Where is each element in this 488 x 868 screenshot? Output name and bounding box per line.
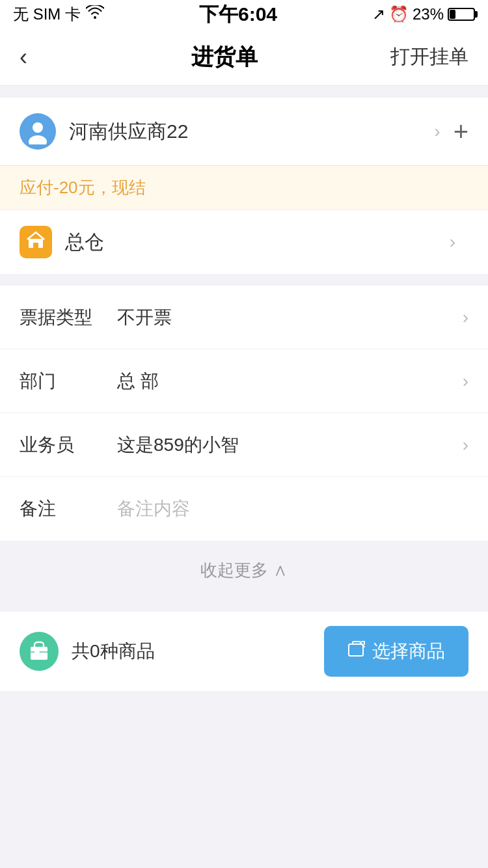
svg-point-0 [94,16,96,19]
nav-bar: ‹ 进货单 打开挂单 [0,29,488,86]
battery-icon [448,8,475,21]
warehouse-chevron-icon: › [450,232,455,252]
invoice-type-row[interactable]: 票据类型 不开票 › [0,286,488,349]
page-title: 进货单 [191,42,258,72]
status-bar-left: 无 SIM 卡 [13,4,104,25]
select-product-icon [347,640,366,663]
add-button[interactable]: + [454,117,468,146]
supplier-name: 河南供应商22 [69,118,434,145]
top-divider [0,86,488,98]
invoice-type-label: 票据类型 [20,305,104,330]
warehouse-name: 总仓 [65,229,450,256]
time-label: 下午6:04 [199,1,277,28]
remark-row[interactable]: 备注 备注内容 [0,477,488,541]
svg-rect-6 [349,644,363,656]
location-icon: ↗ [372,5,385,23]
collapse-button[interactable]: 收起更多 ∧ [0,541,488,600]
open-pending-button[interactable]: 打开挂单 [390,44,468,70]
battery-percent: 23% [413,5,444,23]
status-bar-right: ↗ ⏰ 23% [372,5,475,23]
wifi-icon [86,5,104,23]
invoice-type-chevron-icon: › [463,307,468,328]
supplier-section: 河南供应商22 › + 应付-20元，现结 总仓 › [0,98,488,274]
product-icon [20,632,59,671]
select-product-label: 选择商品 [372,639,445,664]
department-label: 部门 [20,369,104,394]
alarm-icon: ⏰ [389,5,409,23]
department-chevron-icon: › [463,371,468,392]
supplier-row[interactable]: 河南供应商22 › + [0,98,488,165]
bottom-section: 共0种商品 选择商品 [0,612,488,691]
salesperson-row[interactable]: 业务员 这是859的小智 › [0,413,488,477]
carrier-label: 无 SIM 卡 [13,4,81,25]
form-section: 票据类型 不开票 › 部门 总 部 › 业务员 这是859的小智 › 备注 备注… [0,286,488,541]
salesperson-value: 这是859的小智 [104,433,463,457]
product-count: 共0种商品 [72,639,324,664]
warehouse-icon-symbol [27,231,45,254]
supplier-chevron-icon: › [434,121,440,142]
department-value: 总 部 [104,369,463,394]
salesperson-label: 业务员 [20,433,104,457]
alert-banner: 应付-20元，现结 [0,165,488,210]
invoice-type-value: 不开票 [104,305,463,330]
svg-rect-5 [31,647,47,660]
alert-text: 应付-20元，现结 [20,178,146,197]
svg-point-2 [29,135,47,144]
remark-value: 备注内容 [104,496,468,521]
svg-point-1 [33,122,43,133]
status-bar: 无 SIM 卡 下午6:04 ↗ ⏰ 23% [0,0,488,29]
warehouse-row[interactable]: 总仓 › [0,210,488,274]
svg-rect-4 [33,243,38,248]
salesperson-chevron-icon: › [463,435,468,455]
select-product-button[interactable]: 选择商品 [324,626,468,677]
remark-label: 备注 [20,496,104,521]
warehouse-icon [20,226,52,258]
department-row[interactable]: 部门 总 部 › [0,349,488,413]
back-button[interactable]: ‹ [20,44,59,71]
supplier-avatar [20,113,56,150]
